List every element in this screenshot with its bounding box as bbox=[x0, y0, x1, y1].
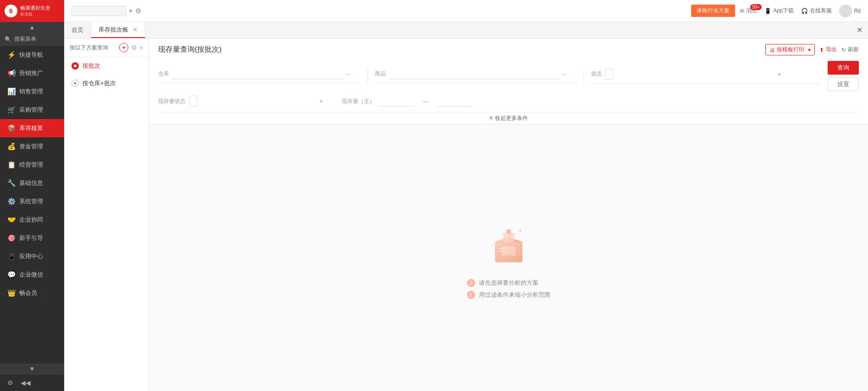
inventory-icon: 📦 bbox=[7, 124, 16, 132]
page-close-btn[interactable]: ✕ bbox=[851, 26, 868, 34]
scroll-down-arrow[interactable]: ▼ bbox=[0, 364, 64, 374]
page-title-row: 现存量查询(按批次) 🖨 按模板打印 ▾ ⬆ 导出 ↻ bbox=[158, 44, 859, 55]
collapse-conditions-btn[interactable]: ∧ 收起更多条件 bbox=[158, 112, 859, 124]
sidebar-item-label: 畅会员 bbox=[19, 289, 37, 297]
settings-footer-icon[interactable]: ⚙ bbox=[7, 379, 13, 386]
experience-btn[interactable]: 体验行业方案 bbox=[691, 5, 735, 17]
collapse-sidebar-icon[interactable]: ◀◀ bbox=[21, 379, 31, 386]
sidebar-item-sales[interactable]: 📊 销售管理 bbox=[0, 82, 64, 101]
app-logo: 6 bbox=[5, 5, 17, 17]
left-panel-actions: + ⚙ « bbox=[119, 43, 143, 52]
sidebar-item-marketing[interactable]: 📢 营销推广 bbox=[0, 64, 64, 82]
warehouse-input[interactable] bbox=[172, 69, 343, 79]
product-input[interactable] bbox=[389, 69, 560, 79]
refresh-icon: ↻ bbox=[841, 47, 846, 53]
phone-icon: 📱 bbox=[764, 8, 771, 14]
operations-icon: 📋 bbox=[7, 161, 16, 169]
refresh-btn[interactable]: ↻ 刷新 bbox=[841, 46, 859, 54]
collapse-panel-icon[interactable]: « bbox=[140, 44, 143, 51]
breadcrumb-input[interactable] bbox=[71, 6, 126, 16]
plus-icon: + bbox=[122, 43, 126, 52]
tab-close-icon[interactable]: ✕ bbox=[133, 27, 137, 33]
add-scheme-btn[interactable]: + bbox=[119, 43, 128, 52]
sidebar-item-operations[interactable]: 📋 经营管理 bbox=[0, 156, 64, 174]
stock-status-select[interactable] bbox=[189, 96, 198, 107]
search-icon: 🔍 bbox=[5, 36, 11, 43]
export-btn[interactable]: ⬆ 导出 bbox=[819, 46, 837, 54]
sidebar-item-enterprise[interactable]: 🤝 企业协同 bbox=[0, 211, 64, 229]
sidebar-item-finance[interactable]: 💰 资金管理 bbox=[0, 137, 64, 156]
sidebar-item-wechat[interactable]: 💬 企业微信 bbox=[0, 266, 64, 284]
online-service-btn[interactable]: 🎧 在线客服 bbox=[801, 7, 832, 15]
stock-qty-label: 现存量（主） bbox=[342, 98, 375, 105]
page-header: 现存量查询(按批次) 🖨 按模板打印 ▾ ⬆ 导出 ↻ bbox=[149, 38, 868, 125]
scheme-gear-icon[interactable]: ⚙ bbox=[131, 44, 137, 51]
sidebar: 6 畅康通好生意 标准版 ▲ 🔍 搜索菜单 ⚡ 快捷导航 📢 营销推广 📊 销售… bbox=[0, 0, 64, 391]
left-panel-header: 按以下方案查询 + ⚙ « bbox=[64, 38, 148, 57]
svg-point-0 bbox=[74, 65, 77, 67]
sidebar-item-label: 快捷导航 bbox=[19, 51, 43, 59]
scheme-item-by-warehouse-batch[interactable]: 按仓库+批次 bbox=[64, 75, 148, 92]
sidebar-item-label: 库存核算 bbox=[19, 124, 43, 132]
scheme-item-by-batch[interactable]: 按批次 bbox=[64, 57, 148, 75]
tab-inventory-batch-label: 库存批次账 bbox=[99, 26, 128, 34]
sidebar-search[interactable]: 🔍 搜索菜单 bbox=[0, 33, 64, 46]
headset-icon: 🎧 bbox=[801, 8, 808, 14]
tab-home[interactable]: 首页 bbox=[64, 22, 91, 38]
warehouse-dots-icon[interactable]: ··· bbox=[345, 71, 351, 78]
sales-icon: 📊 bbox=[7, 87, 16, 96]
wechat-icon: 💬 bbox=[7, 271, 16, 279]
message-icon: ✉ bbox=[740, 8, 744, 14]
system-icon: ⚙️ bbox=[7, 197, 16, 206]
sidebar-item-apps[interactable]: 📱 应用中心 bbox=[0, 247, 64, 266]
empty-tip-2: 2 用过滤条件来缩小分析范围 bbox=[467, 291, 550, 299]
sidebar-item-basics[interactable]: 🔧 基础信息 bbox=[0, 174, 64, 192]
sidebar-item-label: 基础信息 bbox=[19, 179, 43, 187]
product-dots-icon[interactable]: ··· bbox=[562, 71, 567, 78]
empty-tip-1: 1 请先选择要分析的方案 bbox=[467, 279, 550, 287]
tab-inventory-batch[interactable]: 库存批次账 ✕ bbox=[91, 22, 145, 38]
newbie-icon: 🎯 bbox=[7, 234, 16, 242]
tip-2-text: 用过滤条件来缩小分析范围 bbox=[479, 291, 550, 299]
empty-tips: 1 请先选择要分析的方案 2 用过滤条件来缩小分析范围 bbox=[467, 279, 550, 299]
tab-home-label: 首页 bbox=[71, 26, 83, 34]
stock-qty-min-input[interactable] bbox=[379, 96, 415, 107]
avatar bbox=[839, 5, 852, 17]
sidebar-item-quick-nav[interactable]: ⚡ 快捷导航 bbox=[0, 46, 64, 64]
print-btn[interactable]: 🖨 按模板打印 ▾ bbox=[765, 44, 815, 55]
sidebar-item-newbie[interactable]: 🎯 新手引导 bbox=[0, 229, 64, 247]
sidebar-item-member[interactable]: 👑 畅会员 bbox=[0, 284, 64, 302]
topbar-right: ✉ 消息 99+ 📱 App下载 🎧 在线客服 Rit bbox=[740, 5, 861, 17]
sidebar-search-label: 搜索菜单 bbox=[14, 35, 36, 43]
app-download-btn[interactable]: 📱 App下载 bbox=[764, 7, 794, 15]
sidebar-item-purchase[interactable]: 🛒 采购管理 bbox=[0, 101, 64, 119]
svg-rect-6 bbox=[506, 229, 511, 234]
user-avatar-btn[interactable]: Rit bbox=[839, 5, 861, 17]
sidebar-item-label: 资金管理 bbox=[19, 142, 43, 151]
sidebar-item-label: 应用中心 bbox=[19, 252, 43, 261]
topbar-gear-icon[interactable]: ⚙ bbox=[135, 7, 141, 15]
svg-text:✦: ✦ bbox=[522, 241, 524, 244]
scheme-label: 按仓库+批次 bbox=[82, 79, 116, 87]
scheme-inactive-dot bbox=[71, 80, 79, 87]
sidebar-footer: ⚙ ◀◀ bbox=[0, 374, 64, 391]
settings-button[interactable]: 设置 bbox=[828, 77, 859, 91]
sidebar-item-label: 企业微信 bbox=[19, 271, 43, 279]
empty-state: ✦ ✦ ✦ 1 请先选择要分析的方案 2 用过滤条件来缩小分析范围 bbox=[149, 125, 868, 391]
scroll-up-arrow[interactable]: ▲ bbox=[0, 22, 64, 33]
sidebar-item-inventory[interactable]: 📦 库存核算 bbox=[0, 119, 64, 137]
chevron-up-icon: ∧ bbox=[489, 114, 493, 122]
printer-icon: 🖨 bbox=[769, 47, 775, 53]
sidebar-item-system[interactable]: ⚙️ 系统管理 bbox=[0, 192, 64, 211]
query-button[interactable]: 查询 bbox=[828, 61, 859, 75]
messages-btn[interactable]: ✉ 消息 99+ bbox=[740, 7, 757, 15]
app-version: 标准版 bbox=[20, 11, 50, 17]
status-select[interactable] bbox=[605, 69, 613, 80]
stock-qty-max-input[interactable] bbox=[436, 96, 472, 107]
finance-icon: 💰 bbox=[7, 142, 16, 151]
sidebar-item-label: 销售管理 bbox=[19, 87, 43, 96]
left-panel-header-label: 按以下方案查询 bbox=[70, 44, 108, 52]
chevron-down-icon: ▾ bbox=[129, 7, 132, 14]
basics-icon: 🔧 bbox=[7, 179, 16, 187]
print-dropdown-icon[interactable]: ▾ bbox=[808, 47, 811, 53]
